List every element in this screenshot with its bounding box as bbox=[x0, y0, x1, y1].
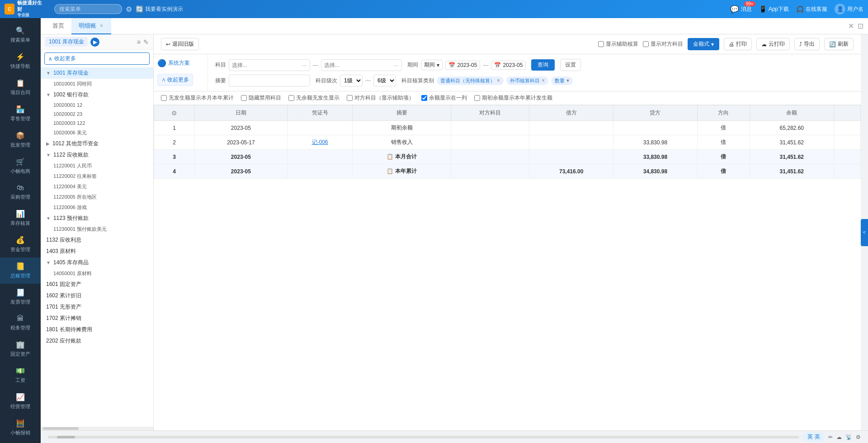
sidebar-item-salary[interactable]: 💵 工资 bbox=[0, 362, 41, 388]
tree-node-11230001[interactable]: 11230001 预付账款美元 bbox=[41, 224, 153, 234]
sidebar-item-tax[interactable]: 🏛 税务管理 bbox=[0, 310, 41, 336]
sidebar-item-ledger[interactable]: 📒 总账管理 bbox=[0, 257, 41, 284]
horizontal-scrollbar[interactable] bbox=[48, 436, 799, 438]
demo-link[interactable]: 🔄 我要看实例演示 bbox=[136, 5, 183, 13]
tree-node-1001[interactable]: ▼ 1001 库存现金 bbox=[41, 67, 153, 79]
sidebar-item-wholesale[interactable]: 📦 批发管理 bbox=[0, 127, 41, 153]
summary-input[interactable] bbox=[229, 75, 310, 86]
period-end-picker[interactable]: 📅 2023-05 bbox=[491, 61, 526, 70]
tree-node-1601[interactable]: 1601 固定资产 bbox=[41, 279, 153, 290]
col-settings-icon[interactable]: ⚙ bbox=[171, 110, 177, 117]
print-btn[interactable]: 🖨 打印 bbox=[724, 38, 752, 50]
search-btn[interactable]: 查询 bbox=[531, 59, 555, 71]
tree-node-10020006[interactable]: 10020006 美元 bbox=[41, 128, 153, 138]
settings-btn-query[interactable]: 设置 bbox=[560, 59, 581, 71]
level-to-select[interactable]: 6级 5级 4级 bbox=[373, 75, 396, 86]
sidebar-item-project[interactable]: 📋 项目合同 bbox=[0, 74, 41, 100]
chip-normal[interactable]: 普通科目（无特殊核算） × bbox=[437, 76, 504, 85]
window-max-btn[interactable]: ⊡ bbox=[858, 22, 863, 30]
subject-dots[interactable]: ··· bbox=[302, 62, 307, 69]
sidebar-item-retail[interactable]: 🏪 零售管理 bbox=[0, 100, 41, 127]
chip-quantity-close[interactable]: ▾ bbox=[566, 77, 569, 84]
subject-input[interactable] bbox=[232, 62, 300, 68]
online-service-btn[interactable]: 🎧 在线客服 bbox=[796, 5, 827, 13]
tree-scrollbar[interactable] bbox=[41, 427, 153, 430]
sidebar-item-fund[interactable]: 💰 资金管理 bbox=[0, 231, 41, 257]
tree-nav-next[interactable]: ▶ bbox=[90, 38, 99, 47]
tree-search-tag[interactable]: 1001 库存现金 bbox=[45, 37, 88, 47]
filter-balance-one-row[interactable]: 余额显示在一列 bbox=[421, 94, 467, 102]
tab-detail[interactable]: 明细账 × bbox=[71, 18, 111, 34]
tree-node-14050001[interactable]: 14050001 原材料 bbox=[41, 268, 153, 279]
voucher-link[interactable]: 记-006 bbox=[312, 139, 328, 145]
chip-quantity[interactable]: 数量 ▾ bbox=[551, 76, 573, 85]
tree-node-1801[interactable]: 1801 长期待摊费用 bbox=[41, 324, 153, 335]
col-settings[interactable]: ⚙ bbox=[154, 105, 195, 121]
bottom-settings-icon[interactable]: ⚙ bbox=[856, 434, 861, 440]
app-download-btn[interactable]: 📱 App下载 bbox=[759, 5, 789, 13]
right-expand-btn[interactable]: < bbox=[861, 219, 868, 246]
tree-node-1602[interactable]: 1602 累计折旧 bbox=[41, 290, 153, 301]
filter-no-occurrence[interactable]: 无发生额显示本月本年累计 bbox=[161, 94, 234, 102]
sidebar-item-basic[interactable]: ℹ 基础信息 bbox=[0, 441, 41, 443]
tree-node-10020001[interactable]: 10020001 12 bbox=[41, 100, 153, 110]
tree-node-1403[interactable]: 1403 原材料 bbox=[41, 246, 153, 257]
tree-edit-icon[interactable]: ✎ bbox=[143, 38, 149, 46]
tab-detail-close[interactable]: × bbox=[99, 22, 104, 30]
tree-node-1122[interactable]: ▼ 1122 应收账款 bbox=[41, 149, 153, 161]
settings-btn[interactable]: ⚙ bbox=[126, 5, 132, 14]
tree-node-1132[interactable]: 1132 应收利息 bbox=[41, 234, 153, 246]
return-old-btn[interactable]: ↩ 退回旧版 bbox=[161, 38, 199, 50]
tree-node-1702[interactable]: 1702 累计摊销 bbox=[41, 313, 153, 324]
filter-opening-show[interactable]: 期初余额显示本年累计发生额 bbox=[474, 94, 552, 102]
tree-node-1012[interactable]: ▶ 1012 其他货币资金 bbox=[41, 138, 153, 149]
sidebar-item-ecommerce[interactable]: 🛒 小畅电商 bbox=[0, 153, 41, 179]
sidebar-item-business[interactable]: 📈 经营管理 bbox=[0, 388, 41, 414]
sidebar-item-expense[interactable]: 🧮 小畅报销 bbox=[0, 414, 41, 441]
tree-node-11220005[interactable]: 11220005 所在地区 bbox=[41, 192, 153, 202]
signal-icon[interactable]: 📡 bbox=[845, 434, 852, 440]
sidebar-item-invoice[interactable]: 🧾 发票管理 bbox=[0, 284, 41, 310]
lang-btn[interactable]: 英 英 bbox=[803, 432, 825, 442]
user-btn[interactable]: 👤 用户名 bbox=[835, 4, 863, 14]
cloud-icon[interactable]: ☁ bbox=[836, 434, 842, 440]
tree-node-2202[interactable]: 2202 应付账款 bbox=[41, 335, 153, 347]
chip-foreign-close[interactable]: × bbox=[542, 77, 545, 84]
period-start-picker[interactable]: 📅 2023-05 bbox=[445, 61, 480, 70]
collapse-btn[interactable]: ∧ 收起更多 bbox=[44, 52, 150, 65]
window-close-btn[interactable]: ✕ bbox=[848, 22, 854, 30]
tree-node-10020002[interactable]: 10020002 23 bbox=[41, 110, 153, 119]
sidebar-item-purchase[interactable]: 🛍 采购管理 bbox=[0, 179, 41, 205]
refresh-btn[interactable]: 🔄 刷新 bbox=[824, 38, 854, 50]
filter-hide-disabled[interactable]: 隐藏禁用科目 bbox=[241, 94, 281, 102]
filter-no-balance[interactable]: 无余额无发生显示 bbox=[288, 94, 340, 102]
format-btn[interactable]: 金额式 ▾ bbox=[688, 38, 719, 50]
tree-node-11220004[interactable]: 11220004 美元 bbox=[41, 181, 153, 192]
tree-node-1123[interactable]: ▼ 1123 预付账款 bbox=[41, 213, 153, 224]
tree-node-1002[interactable]: ▼ 1002 银行存款 bbox=[41, 89, 153, 100]
chip-normal-close[interactable]: × bbox=[497, 77, 500, 84]
sidebar-item-inventory[interactable]: 📊 库存核算 bbox=[0, 205, 41, 231]
filter-contra[interactable]: 对方科目（显示辅助项） bbox=[347, 94, 414, 102]
system-scheme[interactable]: 🔵 系统方案 bbox=[157, 59, 204, 67]
subject-end-input[interactable] bbox=[324, 62, 392, 68]
show-aux-checkbox[interactable]: 显示辅助核算 bbox=[598, 40, 638, 48]
tab-home[interactable]: 首页 bbox=[45, 18, 71, 34]
show-contra-checkbox[interactable]: 显示对方科目 bbox=[643, 40, 683, 48]
cloud-print-btn[interactable]: ☁ 云打印 bbox=[756, 38, 790, 50]
search-input[interactable] bbox=[54, 4, 122, 14]
sidebar-item-quick-nav[interactable]: ⚡ 快捷导航 bbox=[0, 48, 41, 74]
level-from-select[interactable]: 1级 2级 3级 bbox=[340, 75, 363, 86]
chip-foreign[interactable]: 外币核算科目 × bbox=[506, 76, 548, 85]
edit-icon[interactable]: ✏ bbox=[828, 434, 833, 440]
export-btn[interactable]: ⤴ 导出 bbox=[794, 38, 820, 50]
tree-node-10020003[interactable]: 10020003 122 bbox=[41, 119, 153, 128]
period-type-select[interactable]: 期间 ▾ bbox=[421, 60, 443, 70]
sidebar-item-assets[interactable]: 🏢 固定资产 bbox=[0, 336, 41, 362]
subject-input-group[interactable]: ··· bbox=[229, 59, 310, 71]
sidebar-item-search[interactable]: 🔍 搜索菜单 bbox=[0, 22, 41, 48]
tree-node-10010001[interactable]: 10010001 同咐同 bbox=[41, 79, 153, 89]
subject-end-dots[interactable]: ··· bbox=[394, 62, 399, 69]
tree-node-11220006[interactable]: 11220006 游戏 bbox=[41, 202, 153, 213]
tree-node-1701[interactable]: 1701 无形资产 bbox=[41, 301, 153, 313]
